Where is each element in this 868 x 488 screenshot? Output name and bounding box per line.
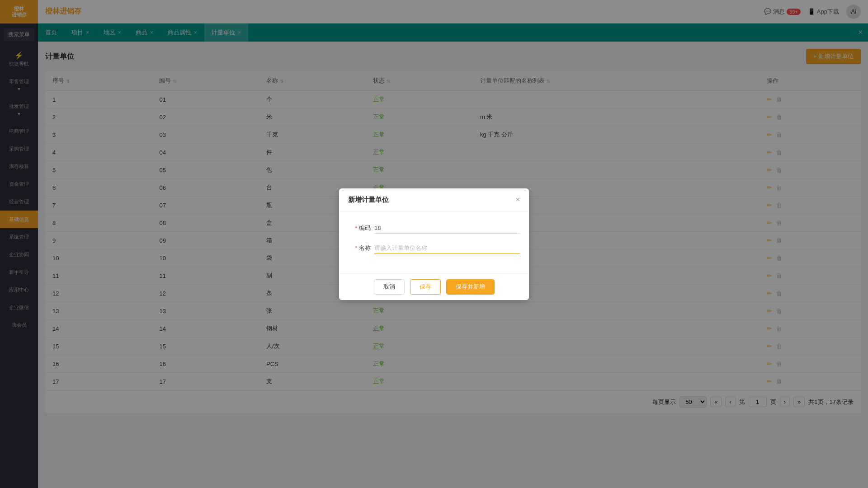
modal-body: 编码 名称 bbox=[339, 212, 529, 273]
code-label: 编码 bbox=[348, 224, 371, 232]
modal-title: 新增计量单位 bbox=[348, 196, 389, 204]
modal-header: 新增计量单位 × bbox=[339, 188, 529, 212]
code-input[interactable] bbox=[374, 223, 520, 234]
save-button[interactable]: 保存 bbox=[410, 279, 441, 295]
code-form-item: 编码 bbox=[348, 223, 520, 234]
modal-footer: 取消 保存 保存并新增 bbox=[339, 273, 529, 300]
modal-overlay[interactable]: 新增计量单位 × 编码 名称 取消 保存 保存并新增 bbox=[0, 0, 868, 488]
name-form-item: 名称 bbox=[348, 243, 520, 253]
name-input[interactable] bbox=[374, 243, 520, 253]
add-unit-modal: 新增计量单位 × 编码 名称 取消 保存 保存并新增 bbox=[339, 188, 529, 300]
modal-close-button[interactable]: × bbox=[516, 196, 520, 204]
cancel-button[interactable]: 取消 bbox=[374, 279, 405, 295]
name-label: 名称 bbox=[348, 244, 371, 252]
save-and-new-button[interactable]: 保存并新增 bbox=[446, 279, 495, 295]
